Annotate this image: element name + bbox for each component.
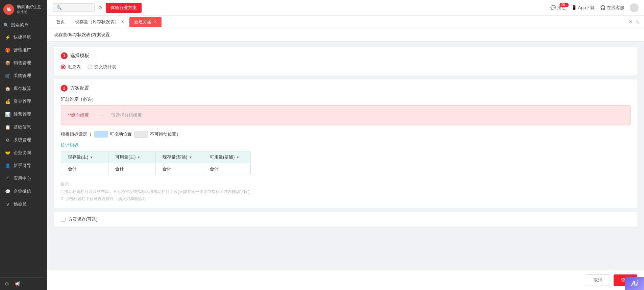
box-icon: 📦 [5, 60, 11, 66]
mobile-icon: 📱 [5, 175, 11, 182]
stats-label: 统计指标 [61, 142, 630, 148]
tab-inventory-status[interactable]: 现存量（库存状况表） ✕ [70, 17, 129, 27]
topbar-search-icon: 🔍 [56, 5, 62, 10]
stats-row-col-2: 合计 [156, 163, 203, 175]
person-icon: 👤 [5, 163, 11, 169]
tip-item-0: 1.拖动标题栏可以调整布局，不可跨维度或指标区域拖动栏目字段(只能在同一维度或指… [61, 188, 630, 196]
cancel-button[interactable]: 取消 [586, 274, 610, 286]
stats-table-row: 合计 合计 合计 合计 [61, 163, 250, 175]
member-icon: V [5, 201, 11, 207]
sidebar: 畅 畅康通好生意 标准版 🔍 搜索菜单 ⚡ 快捷导航 🎁 营销推广 📦 销售管理… [0, 0, 47, 290]
sidebar-item-newbie[interactable]: 👤 新手引导 [0, 159, 47, 172]
dimension-placeholder[interactable]: 请选择分组维度 [111, 112, 142, 118]
message-button[interactable]: 💬 消息 99+ [550, 5, 566, 11]
template-radio-group: 汇总表 交叉统计表 [61, 64, 630, 70]
stats-header-col-1[interactable]: 可用量(主) ▾ [108, 151, 156, 163]
step2-title: 2 方案配置 [61, 85, 630, 92]
chart-icon: 📊 [5, 111, 11, 117]
step1-section: 1 选择模板 汇总表 交叉统计表 [54, 47, 637, 75]
save-scheme-checkbox[interactable]: 方案保存(可选) [54, 212, 637, 226]
content-area: 现存量(库存状况表)方案设置 1 选择模板 汇总表 交叉统计表 [47, 28, 644, 290]
dimension-area: **纵向维度 —— 请选择分组维度 [61, 105, 630, 125]
stats-header-col-2[interactable]: 现存量(基辅) ▾ [156, 151, 203, 163]
tip-item-1: 2. 点击标题栏下拉可设置排序、插入列和删除列 [61, 195, 630, 203]
tabs-bar: 首页 现存量（库存状况表） ✕ 新建方案 ✕ ✕ ⤡ [47, 16, 644, 28]
sidebar-item-system[interactable]: ⚙ 系统管理 [0, 134, 47, 146]
tab-new-scheme[interactable]: 新建方案 ✕ [129, 17, 162, 27]
sidebar-item-enterprise[interactable]: 🤝 企业协同 [0, 146, 47, 159]
stats-header-col-3[interactable]: 可用量(基辅) ▾ [203, 151, 250, 163]
money-icon: 💰 [5, 98, 11, 104]
sidebar-item-operation[interactable]: 📊 经营管理 [0, 108, 47, 121]
stats-row-col-1: 合计 [108, 163, 156, 175]
template-indicators: 模板指标设定（ 可拖动位置 不可拖动位置） [61, 131, 630, 138]
ai-badge[interactable]: Ai [625, 277, 644, 290]
settings-bottom-icon[interactable]: ⚙ [5, 281, 9, 287]
chevron-down-icon-1: ▾ [138, 155, 140, 160]
step1-title: 1 选择模板 [61, 52, 630, 59]
save-checkbox-box[interactable] [61, 217, 66, 222]
sidebar-item-purchase[interactable]: 🛒 采购管理 [0, 69, 47, 82]
sidebar-item-wechat[interactable]: 💬 企业微信 [0, 185, 47, 198]
message-icon: 💬 [550, 5, 556, 10]
stats-table-header: 现存量(主) ▾ 可用量(主) ▾ 现存量(基辅) ▾ [61, 151, 250, 163]
topbar-search-box[interactable]: 🔍 [53, 3, 95, 12]
indicator-draggable: 可拖动位置 [94, 131, 132, 138]
draggable-box [94, 131, 108, 138]
radio-summary[interactable]: 汇总表 [61, 64, 81, 70]
radio-summary-circle [61, 65, 66, 69]
app-icon: 📱 [571, 5, 577, 10]
search-icon: 🔍 [3, 23, 9, 28]
gear-icon: ⚙ [5, 137, 11, 143]
sidebar-item-shortcut[interactable]: ⚡ 快捷导航 [0, 31, 47, 44]
chevron-down-icon-3: ▾ [237, 155, 239, 160]
stats-row-col-0: 合计 [61, 163, 108, 175]
sidebar-item-appstore[interactable]: 📱 应用中心 [0, 172, 47, 185]
dimension-label: 汇总维度（必选） [61, 96, 630, 102]
stats-section: 统计指标 现存量(主) ▾ 可用量(主) ▾ [61, 142, 630, 176]
tab-home[interactable]: 首页 [51, 17, 70, 27]
sidebar-nav: ⚡ 快捷导航 🎁 营销推广 📦 销售管理 🛒 采购管理 🏠 库存核算 💰 资金管… [0, 31, 47, 277]
sidebar-item-finance[interactable]: 💰 资金管理 [0, 95, 47, 108]
online-service-link[interactable]: 🎧 在线客服 [600, 5, 624, 11]
step1-badge: 1 [61, 52, 68, 59]
stats-table: 现存量(主) ▾ 可用量(主) ▾ 现存量(基辅) ▾ [61, 151, 251, 175]
tab-close-icon[interactable]: ✕ [628, 19, 633, 25]
gift-icon: 🎁 [5, 47, 11, 53]
sidebar-item-basic[interactable]: 📋 基础信息 [0, 121, 47, 134]
page-header: 现存量(库存状况表)方案设置 [47, 28, 644, 42]
shortcut-icon: ⚡ [5, 34, 11, 40]
user-avatar[interactable] [630, 3, 639, 12]
radio-crosstab-circle [88, 65, 92, 69]
logo-icon: 畅 [3, 4, 14, 15]
tab-expand-icon[interactable]: ⤡ [636, 19, 640, 25]
sidebar-item-member[interactable]: V 畅会员 [0, 198, 47, 211]
tab-new-scheme-close[interactable]: ✕ [154, 20, 157, 24]
topbar-search-input[interactable] [64, 5, 91, 10]
step2-badge: 2 [61, 85, 68, 92]
sidebar-search-item[interactable]: 🔍 搜索菜单 [0, 19, 47, 31]
radio-crosstab[interactable]: 交叉统计表 [88, 64, 116, 70]
sidebar-item-marketing[interactable]: 🎁 营销推广 [0, 44, 47, 56]
industry-scheme-button[interactable]: 体验行业方案 [106, 3, 142, 13]
tab-inventory-status-close[interactable]: ✕ [121, 20, 124, 24]
tips-section: 提示： 1.拖动标题栏可以调整布局，不可跨维度或指标区域拖动栏目字段(只能在同一… [61, 181, 630, 203]
indicator-fixed: 不可拖动位置） [134, 131, 181, 138]
footer-buttons: 取消 查询 [47, 270, 644, 290]
tabs-right-controls: ✕ ⤡ [628, 19, 640, 25]
fixed-box [134, 131, 148, 138]
topbar-gear-icon[interactable]: ⚙ [98, 5, 102, 11]
handshake-icon: 🤝 [5, 150, 11, 156]
sidebar-item-sales[interactable]: 📦 销售管理 [0, 56, 47, 69]
topbar-right: 💬 消息 99+ 📱 App下载 🎧 在线客服 [550, 3, 639, 12]
speaker-icon[interactable]: 📢 [15, 281, 20, 287]
app-download-link[interactable]: 📱 App下载 [571, 5, 595, 11]
main-area: 🔍 ⚙ 体验行业方案 💬 消息 99+ 📱 App下载 🎧 在线客服 [47, 0, 644, 290]
sidebar-item-inventory[interactable]: 🏠 库存核算 [0, 82, 47, 95]
stats-header-col-0[interactable]: 现存量(主) ▾ [61, 151, 108, 163]
chevron-down-icon-0: ▾ [91, 155, 93, 160]
cart-icon: 🛒 [5, 73, 11, 79]
clipboard-icon: 📋 [5, 124, 11, 130]
step2-section: 2 方案配置 汇总维度（必选） **纵向维度 —— 请选择分组维度 [54, 79, 637, 208]
dimension-separator: —— [96, 113, 104, 118]
